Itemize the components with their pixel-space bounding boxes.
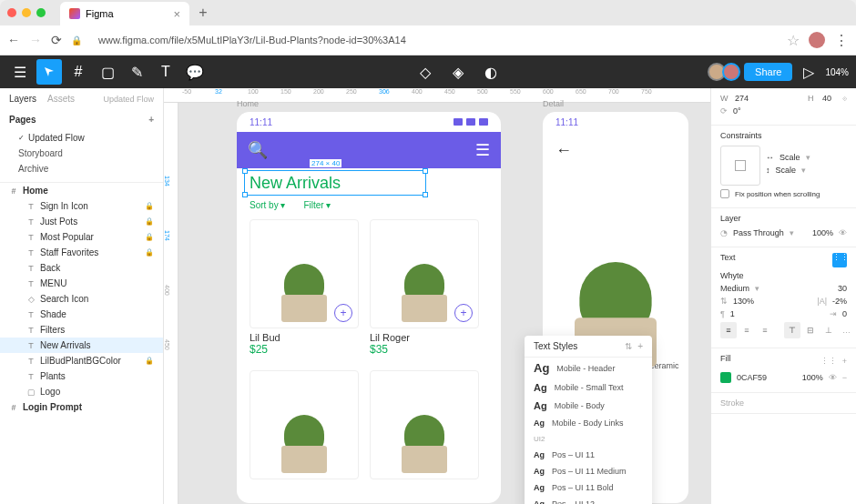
page-title-label[interactable]: Updated Flow — [103, 95, 154, 104]
layer-item[interactable]: ◇Search Icon — [0, 291, 163, 307]
add-fill-button[interactable]: + — [842, 357, 847, 366]
profile-avatar[interactable] — [809, 32, 825, 48]
v-constraint[interactable]: Scale — [776, 166, 797, 175]
text-style-item[interactable]: AgPos – UI 11 — [525, 447, 652, 463]
align-middle-button[interactable]: ⊟ — [802, 322, 819, 338]
bookmark-icon[interactable]: ☆ — [787, 32, 800, 49]
layer-item[interactable]: TLilBudPlantBGColor🔒 — [0, 353, 163, 368]
text-style-item[interactable]: AgPos – UI 11 Medium — [525, 463, 652, 479]
rotation-value[interactable]: 0° — [733, 106, 741, 116]
text-style-item[interactable]: AgMobile - Header — [525, 358, 652, 378]
rectangle-tool[interactable]: ▢ — [95, 59, 120, 85]
reload-button[interactable]: ⟳ — [51, 33, 62, 47]
fill-opacity[interactable]: 100% — [802, 373, 823, 382]
fill-color-swatch[interactable] — [720, 372, 731, 383]
component-tool[interactable]: ◇ — [413, 59, 438, 85]
text-style-item[interactable]: AgPos – UI 11 Bold — [525, 479, 652, 496]
page-storyboard[interactable]: Storyboard — [0, 146, 163, 161]
fill-hex[interactable]: 0CAF59 — [737, 373, 767, 382]
layer-item[interactable]: TMENU — [0, 276, 163, 291]
page-archive[interactable]: Archive — [0, 161, 163, 176]
layer-item[interactable]: ▢Logo — [0, 384, 163, 399]
fill-visibility-icon[interactable]: 👁 — [829, 373, 837, 382]
layer-item[interactable]: TJust Pots🔒 — [0, 214, 163, 229]
align-center-button[interactable]: ≡ — [739, 322, 755, 338]
text-more-button[interactable]: … — [842, 326, 851, 335]
align-right-button[interactable]: ≡ — [757, 322, 773, 338]
window-close[interactable] — [7, 8, 16, 17]
constraints-widget[interactable] — [720, 146, 760, 186]
browser-tab[interactable]: Figma × — [60, 2, 189, 25]
align-top-button[interactable]: ⊤ — [784, 322, 800, 338]
page-updated-flow[interactable]: Updated Flow — [0, 130, 163, 146]
frame-label-detail[interactable]: Detail — [543, 99, 564, 108]
paragraph-indent[interactable]: 0 — [842, 309, 847, 318]
back-button[interactable]: ← — [7, 33, 20, 47]
layer-item[interactable]: TPlants — [0, 368, 163, 384]
layer-item[interactable]: #Login Prompt — [0, 399, 163, 415]
url-field[interactable]: www.figma.com/file/x5MuLtIPlaY3r/Lil-Bud… — [91, 31, 778, 49]
h-constraint[interactable]: Scale — [780, 153, 800, 162]
add-style-button[interactable]: + — [637, 341, 643, 351]
letter-spacing[interactable]: -2% — [832, 297, 847, 306]
text-tool[interactable]: T — [153, 59, 178, 85]
user-avatar[interactable] — [722, 63, 740, 81]
main-menu-button[interactable]: ☰ — [7, 59, 33, 85]
zoom-level[interactable]: 104% — [825, 67, 849, 77]
width-value[interactable]: 274 — [735, 94, 749, 103]
text-style-item[interactable]: AgMobile - Body Links — [525, 415, 652, 431]
artboard-home[interactable]: 11:11 🔍 ☰ New Arrivals — [237, 112, 501, 503]
fill-styles-icon[interactable]: ⋮⋮ — [820, 357, 837, 366]
fix-position-checkbox[interactable] — [720, 189, 729, 198]
browser-menu-icon[interactable]: ⋮ — [834, 32, 849, 49]
align-bottom-button[interactable]: ⊥ — [820, 322, 837, 338]
font-weight[interactable]: Medium — [720, 284, 749, 293]
lock-icon[interactable]: 🔒 — [145, 357, 154, 365]
layer-item[interactable]: TShade — [0, 307, 163, 322]
layer-opacity[interactable]: 100% — [812, 228, 833, 237]
layer-item[interactable]: TFilters — [0, 322, 163, 338]
lock-icon[interactable]: 🔒 — [145, 202, 154, 210]
assets-tab[interactable]: Assets — [47, 94, 75, 104]
layer-item[interactable]: TStaff Favorites🔒 — [0, 245, 163, 260]
share-button[interactable]: Share — [744, 63, 792, 81]
sort-icon[interactable]: ⇅ — [625, 341, 632, 351]
frame-label-home[interactable]: Home — [237, 99, 259, 108]
comment-tool[interactable]: 💬 — [182, 59, 208, 85]
paragraph-spacing[interactable]: 1 — [730, 309, 735, 318]
font-size[interactable]: 30 — [838, 284, 847, 293]
link-dims-icon[interactable]: ⟐ — [842, 94, 847, 103]
height-value[interactable]: 40 — [822, 94, 831, 103]
pen-tool[interactable]: ✎ — [124, 59, 149, 85]
boolean-tool[interactable]: ◐ — [478, 59, 504, 85]
forward-button[interactable]: → — [29, 33, 42, 47]
text-styles-button[interactable]: ⋮⋮ — [832, 253, 847, 267]
layer-item[interactable]: TSign In Icon🔒 — [0, 198, 163, 214]
text-style-item[interactable]: AgMobile - Body — [525, 397, 652, 415]
move-tool[interactable] — [36, 59, 62, 85]
window-minimize[interactable] — [22, 8, 31, 17]
blend-mode[interactable]: Pass Through — [733, 228, 784, 237]
visibility-icon[interactable]: 👁 — [839, 228, 847, 237]
align-left-button[interactable]: ≡ — [720, 322, 737, 338]
layer-item[interactable]: TBack — [0, 260, 163, 276]
lock-icon[interactable]: 🔒 — [145, 248, 154, 257]
layer-item[interactable]: #Home — [0, 183, 163, 198]
new-tab-button[interactable]: + — [199, 5, 207, 21]
text-style-item[interactable]: AgPos – UI 12 — [525, 496, 652, 504]
layers-tab[interactable]: Layers — [9, 94, 36, 104]
add-page-button[interactable]: + — [148, 115, 154, 125]
layer-item[interactable]: TNew Arrivals — [0, 338, 163, 353]
layer-item[interactable]: TMost Popular🔒 — [0, 229, 163, 245]
line-height[interactable]: 130% — [733, 297, 754, 306]
font-family[interactable]: Whyte — [720, 271, 744, 280]
window-maximize[interactable] — [36, 8, 46, 17]
remove-fill-button[interactable]: − — [842, 373, 847, 382]
tab-close-icon[interactable]: × — [174, 7, 181, 21]
text-style-item[interactable]: AgMobile - Small Text — [525, 378, 652, 397]
present-button[interactable]: ▷ — [796, 59, 821, 85]
lock-icon[interactable]: 🔒 — [145, 233, 154, 241]
mask-tool[interactable]: ◈ — [445, 59, 471, 85]
frame-tool[interactable]: # — [66, 59, 91, 85]
lock-icon[interactable]: 🔒 — [145, 217, 154, 226]
